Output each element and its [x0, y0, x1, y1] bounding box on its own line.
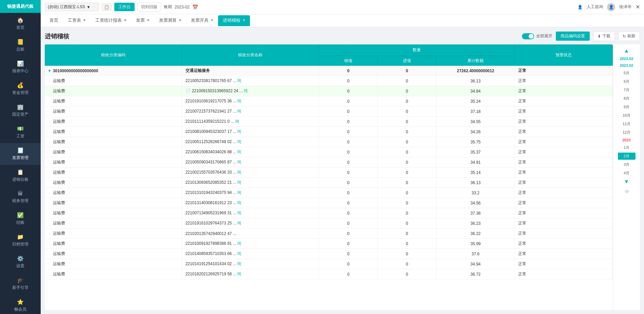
content-area: 进销稽核 全部展开 商品编码设置 ⬇ 下载 ↻ 刷新: [41, 27, 644, 314]
table-cell-input: 0: [378, 208, 436, 218]
table-cell-status: 正常: [515, 66, 613, 76]
period-label: 账期: [164, 4, 172, 10]
table-cell-status: 正常: [515, 117, 613, 127]
sidebar-item-guide[interactable]: 🎓 新手引导: [0, 273, 41, 295]
sidebar-item-ledger[interactable]: 📒 总账: [0, 35, 41, 56]
table-cell-tax-code: 221005233817801765 67 ... 吨: [182, 76, 319, 86]
support-label[interactable]: 人工咨询: [587, 4, 603, 10]
sidebar-item-archive[interactable]: 📁 归档管理: [0, 230, 41, 251]
company-selector[interactable]: (勿动) 江西报宝-LSS ▼: [45, 3, 99, 11]
month-10[interactable]: 10月: [618, 112, 636, 119]
month-4[interactable]: 4月: [618, 170, 636, 177]
expand-toggle[interactable]: [522, 33, 534, 39]
workbench-button[interactable]: 工作台: [114, 3, 135, 11]
sidebar-item-reports[interactable]: 📊 报表中心: [0, 56, 41, 78]
sidebar-item-member[interactable]: ⭐ 畅会员: [0, 295, 41, 314]
table-cell-status: 正常: [515, 208, 613, 218]
sidebar-item-sales[interactable]: 📋 进销台账: [0, 165, 41, 187]
heart-icon: 🤍: [624, 190, 629, 194]
table-cell-sales: 0: [319, 147, 377, 157]
table-cell-name: 交通运输服务: [182, 66, 319, 76]
table-cell-item-name: 运输费: [45, 239, 182, 249]
table-cell-input: 0: [378, 259, 436, 269]
refresh-label: 刷新: [627, 33, 636, 39]
sidebar-item-salary[interactable]: 💵 工资: [0, 121, 41, 143]
month-2-current[interactable]: 2月: [618, 153, 636, 160]
sidebar-item-invoice[interactable]: 🧾 发票管理: [0, 143, 41, 165]
table-cell-total: 36.72: [436, 269, 515, 279]
table-cell-total: 36.13: [436, 76, 515, 86]
tab-home-label: 首页: [50, 17, 58, 23]
month-6[interactable]: 6月: [618, 78, 636, 85]
table-cell-status: 正常: [515, 178, 613, 188]
sidebar-item-fixed[interactable]: 🏢 固定资产: [0, 100, 41, 121]
month-1[interactable]: 1月: [618, 144, 636, 151]
sidebar-item-settle[interactable]: ✅ 结账: [0, 208, 41, 230]
switch-old-button[interactable]: 切到旧版: [137, 2, 161, 12]
tab-invoice-open-close[interactable]: ✕: [211, 18, 213, 22]
tab-invoice[interactable]: 发票 ✕: [131, 15, 154, 26]
download-button[interactable]: ⬇ 下载: [593, 31, 615, 41]
nav-down-button[interactable]: ▼: [623, 178, 630, 185]
table-cell-tax-code: 221010091927898386 91 ... 吨: [182, 239, 319, 249]
right-panel: ▲ 2023.02 2023.02 5月 6月 7月 8月 9月 10月 11月…: [613, 44, 640, 310]
tab-salary-table-close[interactable]: ✕: [83, 18, 86, 22]
month-7[interactable]: 7月: [618, 86, 636, 94]
table-cell-status: 正常: [515, 239, 613, 249]
sidebar-item-tax[interactable]: 🏛 税务管理: [0, 187, 41, 208]
download-label: 下载: [602, 33, 610, 39]
table-cell-sales: 0: [319, 157, 377, 168]
tab-sales-check[interactable]: 进销稽核 ✕: [218, 15, 250, 26]
month-11[interactable]: 11月: [618, 120, 636, 127]
table-cell-input: 0: [378, 188, 436, 198]
nav-up-button[interactable]: ▲: [623, 47, 630, 55]
table-cell-tax-code: 221014191254101434 02 ... 吨: [182, 259, 319, 269]
table-cell-total: 34.84: [436, 86, 515, 96]
year-2023: 2023: [622, 137, 630, 143]
close-icon[interactable]: ✕: [636, 4, 640, 10]
table-cell-total: 37.38: [436, 208, 515, 218]
calendar-icon[interactable]: 📅: [192, 4, 198, 10]
copy-button[interactable]: 📋: [102, 3, 112, 11]
month-12[interactable]: 12月: [618, 129, 636, 136]
refresh-button[interactable]: ↻ 刷新: [618, 31, 640, 41]
table-cell-input: 0: [378, 137, 436, 147]
table-cell-status: 正常: [515, 147, 613, 157]
month-3[interactable]: 3月: [618, 161, 636, 168]
table-cell-tax-code: 221020135742940012 47 ...: [182, 229, 319, 239]
table-cell-total: 37.18: [436, 106, 515, 117]
tab-sales-check-close[interactable]: ✕: [242, 18, 245, 22]
sidebar-item-label: 设置: [16, 263, 24, 269]
tab-invoice-calc[interactable]: 发票测算 ✕: [154, 15, 186, 26]
table-cell-tax-code: 221008100945323037 17 ... 吨: [182, 127, 319, 137]
refresh-icon: ↻: [623, 34, 626, 39]
table-cell-status: 正常: [515, 86, 613, 96]
app-logo: 畅捷通易代账: [0, 0, 41, 13]
table-cell-item-name: 运输费: [45, 76, 182, 86]
sidebar-item-home[interactable]: 🏠 首页: [0, 13, 41, 35]
table-cell-total: 33.2: [436, 188, 515, 198]
tab-invoice-close[interactable]: ✕: [147, 18, 150, 22]
tab-salary-table[interactable]: 工资表 ✕: [63, 15, 91, 26]
company-name: (勿动) 江西报宝-LSS: [48, 4, 85, 10]
sidebar-item-settings[interactable]: ⚙️ 设置: [0, 251, 41, 273]
table-cell-total: 36.23: [436, 218, 515, 229]
table-cell-input: 0: [378, 66, 436, 76]
table-cell-total: 35.75: [436, 137, 515, 147]
table-cell-input: 0: [378, 229, 436, 239]
tab-salary-stats-close[interactable]: ✕: [124, 18, 126, 22]
month-9[interactable]: 9月: [618, 103, 636, 111]
sidebar-item-label: 新手引导: [12, 285, 28, 291]
settings-button[interactable]: 商品编码设置: [556, 32, 590, 41]
sidebar-item-capital[interactable]: 💰 资金管理: [0, 78, 41, 100]
tab-invoice-calc-close[interactable]: ✕: [179, 18, 181, 22]
table-cell-sales: 0: [319, 168, 377, 178]
table-cell-sales: 0: [319, 229, 377, 239]
month-8[interactable]: 8月: [618, 95, 636, 102]
guide-icon: 🎓: [17, 277, 24, 283]
table-cell-status: 正常: [515, 218, 613, 229]
tab-salary-stats[interactable]: 工资统计报表 ✕: [91, 15, 131, 26]
tab-invoice-open[interactable]: 发票开具 ✕: [186, 15, 218, 26]
tab-home[interactable]: 首页: [45, 15, 63, 26]
month-5[interactable]: 5月: [618, 70, 636, 77]
